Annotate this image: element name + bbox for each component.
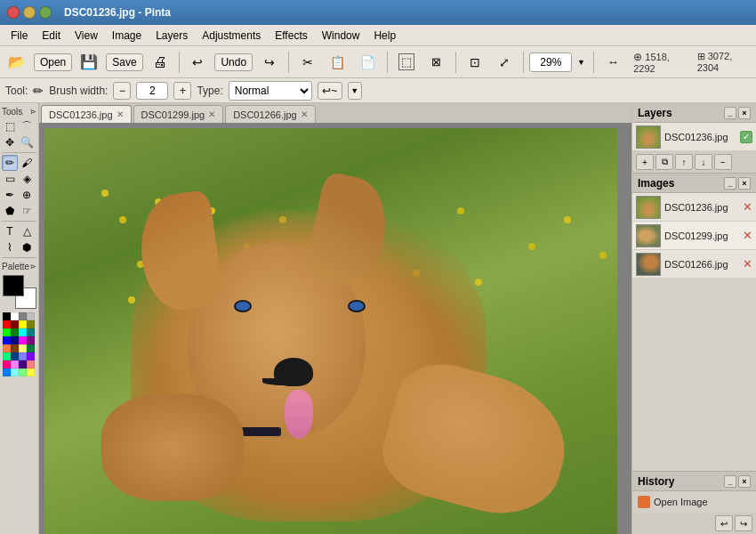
palette-color-29[interactable]: [11, 368, 19, 376]
palette-color-1[interactable]: [11, 312, 19, 320]
canvas-image[interactable]: [44, 128, 617, 534]
palette-color-0[interactable]: [3, 312, 11, 320]
freeform-tool[interactable]: ⬢: [19, 239, 35, 255]
pen-curve-button[interactable]: ↩~: [318, 82, 342, 100]
palette-color-5[interactable]: [11, 320, 19, 328]
canvas-container[interactable]: [39, 123, 631, 534]
images-panel-minimize[interactable]: _: [724, 177, 736, 190]
pen-options-button[interactable]: ▼: [348, 82, 362, 100]
flip-h-button[interactable]: ↔: [599, 50, 626, 75]
palette-color-2[interactable]: [19, 312, 27, 320]
history-item-1[interactable]: Open Image: [632, 491, 756, 513]
image-item-2[interactable]: DSC01299.jpg ✕: [632, 222, 756, 250]
zoom-tool[interactable]: 🔍: [19, 134, 35, 150]
image-item-3[interactable]: DSC01266.jpg ✕: [632, 250, 756, 279]
palette-color-27[interactable]: [27, 360, 35, 368]
history-panel-close[interactable]: ×: [738, 475, 751, 488]
shapes-tool[interactable]: △: [19, 223, 35, 239]
minimize-button[interactable]: [23, 6, 36, 19]
palette-color-20[interactable]: [3, 352, 11, 360]
undo-label[interactable]: Undo: [214, 53, 253, 71]
palette-color-11[interactable]: [27, 328, 35, 336]
menu-view[interactable]: View: [68, 28, 105, 44]
menu-help[interactable]: Help: [366, 28, 403, 44]
save-label[interactable]: Save: [106, 53, 142, 71]
zoom-input[interactable]: 29%: [529, 53, 572, 72]
line-curve-tool[interactable]: ⌇: [2, 239, 18, 255]
resize-button[interactable]: ⤢: [491, 50, 518, 75]
palette-color-17[interactable]: [11, 344, 19, 352]
palette-color-28[interactable]: [3, 368, 11, 376]
palette-color-25[interactable]: [11, 360, 19, 368]
color-pick-tool[interactable]: ✒: [2, 187, 18, 203]
tab-dsc01299[interactable]: DSC01299.jpg ✕: [133, 105, 224, 123]
copy-button[interactable]: 📋: [325, 50, 351, 75]
type-select[interactable]: Normal Multiply Additive Color Burn Colo…: [229, 81, 312, 101]
brush-width-increment[interactable]: +: [173, 82, 191, 100]
fill-tool[interactable]: ◈: [19, 171, 35, 187]
menu-layers[interactable]: Layers: [149, 28, 195, 44]
open-label[interactable]: Open: [34, 53, 72, 71]
foreground-color[interactable]: [3, 275, 24, 296]
tab-close-2[interactable]: ✕: [208, 109, 215, 119]
tab-dsc01266[interactable]: DSC01266.jpg ✕: [225, 105, 316, 123]
history-undo-button[interactable]: ↩: [715, 515, 733, 531]
image-item-1[interactable]: DSC01236.jpg ✕: [632, 193, 756, 222]
palette-color-3[interactable]: [27, 312, 35, 320]
layer-duplicate-button[interactable]: ⧉: [655, 154, 673, 170]
tab-close-1[interactable]: ✕: [117, 109, 124, 119]
recolor-tool[interactable]: ⬟: [2, 203, 18, 219]
rect-select-tool[interactable]: ⬚: [2, 118, 18, 134]
brush-width-input[interactable]: 2: [136, 82, 168, 100]
image-close-3[interactable]: ✕: [743, 257, 752, 271]
paste-button[interactable]: 📄: [355, 50, 382, 75]
open-button[interactable]: 📂: [4, 50, 30, 75]
palette-color-21[interactable]: [11, 352, 19, 360]
palette-color-14[interactable]: [19, 336, 27, 344]
menu-file[interactable]: File: [4, 28, 35, 44]
palette-color-7[interactable]: [27, 320, 35, 328]
palette-color-23[interactable]: [27, 352, 35, 360]
brush-tool[interactable]: 🖌: [19, 155, 35, 171]
layer-add-button[interactable]: +: [636, 154, 654, 170]
cut-button[interactable]: ✂: [294, 50, 321, 75]
layer-delete-button[interactable]: −: [714, 154, 732, 170]
palette-color-4[interactable]: [3, 320, 11, 328]
palette-color-15[interactable]: [27, 336, 35, 344]
move-tool[interactable]: ✥: [2, 134, 18, 150]
crop-button[interactable]: ⊡: [462, 50, 488, 75]
select-all-button[interactable]: ⬚: [393, 50, 420, 75]
print-button[interactable]: 🖨: [147, 50, 173, 75]
pencil-tool-icon[interactable]: ✏: [33, 84, 44, 98]
maximize-button[interactable]: [39, 6, 52, 19]
layer-down-button[interactable]: ↓: [695, 154, 712, 170]
layer-up-button[interactable]: ↑: [675, 154, 693, 170]
pencil-tool[interactable]: ✏: [2, 155, 18, 171]
redo-button[interactable]: ↪: [256, 50, 283, 75]
eraser-tool[interactable]: ▭: [2, 171, 18, 187]
deselect-button[interactable]: ⊠: [423, 50, 450, 75]
palette-color-19[interactable]: [27, 344, 35, 352]
tab-dsc01236[interactable]: DSC01236.jpg ✕: [41, 105, 132, 123]
zoom-dropdown[interactable]: ▼: [574, 50, 588, 75]
image-close-1[interactable]: ✕: [743, 200, 752, 214]
images-panel-close[interactable]: ×: [738, 177, 751, 190]
history-panel-minimize[interactable]: _: [724, 475, 736, 488]
lasso-select-tool[interactable]: ⌒: [19, 118, 35, 134]
palette-color-26[interactable]: [19, 360, 27, 368]
layers-panel-close[interactable]: ×: [738, 107, 751, 119]
palette-color-6[interactable]: [19, 320, 27, 328]
undo-button[interactable]: ↩: [184, 50, 211, 75]
layer-visibility-1[interactable]: ✓: [740, 131, 752, 143]
save-button[interactable]: 💾: [76, 50, 102, 75]
history-redo-button[interactable]: ↪: [735, 515, 752, 531]
menu-window[interactable]: Window: [315, 28, 367, 44]
text-tool[interactable]: T: [2, 223, 18, 239]
palette-color-22[interactable]: [19, 352, 27, 360]
menu-image[interactable]: Image: [105, 28, 149, 44]
palette-color-30[interactable]: [19, 368, 27, 376]
palette-color-31[interactable]: [27, 368, 35, 376]
brush-width-decrement[interactable]: −: [113, 82, 131, 100]
palette-color-12[interactable]: [3, 336, 11, 344]
palette-color-18[interactable]: [19, 344, 27, 352]
